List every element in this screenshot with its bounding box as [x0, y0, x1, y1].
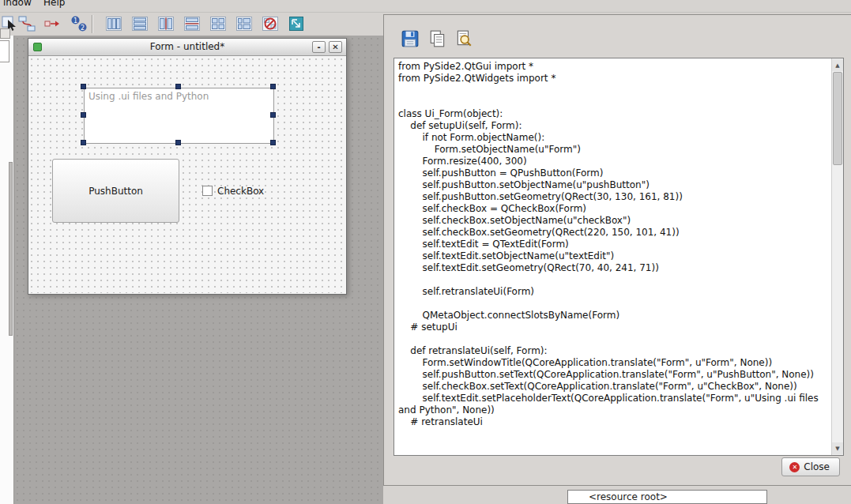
- code-view[interactable]: from PySide2.QtGui import * from PySide2…: [393, 58, 844, 456]
- resource-root-item[interactable]: <resource root>: [568, 491, 766, 502]
- selection-handle-middle-right[interactable]: [270, 112, 276, 118]
- layout-horizontal-button[interactable]: [104, 14, 123, 33]
- menu-window[interactable]: indow: [3, 0, 32, 8]
- selection-handle-top-left[interactable]: [81, 84, 86, 89]
- close-x-icon: ✕: [789, 462, 800, 472]
- edit-signals-slots-button[interactable]: [17, 14, 36, 33]
- layout-grid-icon: [209, 15, 227, 32]
- checkbox-indicator: [202, 186, 213, 196]
- layout-horizontal-splitter-button[interactable]: [156, 14, 175, 33]
- pushbutton-widget[interactable]: PushButton: [52, 159, 179, 223]
- menu-help[interactable]: Help: [43, 0, 65, 8]
- form-title: Form - untitled*: [28, 41, 346, 52]
- selection-handle-top-center[interactable]: [175, 84, 181, 89]
- close-button-label: Close: [804, 461, 830, 472]
- main-toolbar: 12: [0, 13, 381, 36]
- form-editor-window: Form - untitled* - ✕ Using .ui files and…: [28, 38, 347, 295]
- find-button[interactable]: [454, 28, 474, 49]
- layout-vertical-splitter-button[interactable]: [183, 14, 201, 33]
- toolbar-separator: [92, 15, 93, 33]
- layout-vertical-splitter-icon: [183, 15, 201, 32]
- form-close-button[interactable]: ✕: [329, 41, 342, 53]
- mdi-area: Form - untitled* - ✕ Using .ui files and…: [14, 36, 383, 504]
- close-button[interactable]: ✕ Close: [781, 457, 840, 476]
- layout-form-icon: [235, 15, 253, 32]
- widgetbox-scrollbar-thumb[interactable]: [9, 162, 13, 336]
- textedit-widget[interactable]: Using .ui files and Python: [84, 88, 274, 144]
- layout-grid-button[interactable]: [209, 14, 228, 33]
- break-layout-button[interactable]: [261, 14, 280, 33]
- widgetbox-filter-field[interactable]: [0, 40, 9, 62]
- break-layout-icon: [262, 15, 279, 32]
- pushbutton-label: PushButton: [88, 186, 143, 197]
- checkbox-label: CheckBox: [217, 186, 264, 197]
- layout-horizontal-icon: [105, 15, 122, 32]
- form-minimize-button[interactable]: -: [312, 41, 326, 53]
- selection-handle-bottom-center[interactable]: [175, 140, 181, 145]
- adjust-size-icon: [288, 15, 305, 32]
- edit-buddies-icon: [44, 15, 62, 32]
- edit-tab-order-icon: 12: [70, 15, 88, 32]
- scroll-up-icon[interactable]: ▲: [832, 59, 843, 71]
- textedit-placeholder: Using .ui files and Python: [85, 88, 273, 104]
- adjust-size-button[interactable]: [287, 14, 306, 33]
- svg-text:2: 2: [81, 24, 85, 32]
- checkbox-widget[interactable]: CheckBox: [202, 175, 282, 207]
- code-text: from PySide2.QtGui import * from PySide2…: [394, 58, 843, 431]
- find-icon: [454, 29, 473, 48]
- form-titlebar[interactable]: Form - untitled* - ✕: [28, 39, 346, 56]
- scroll-down-icon[interactable]: ▼: [832, 442, 843, 454]
- layout-vertical-icon: [131, 15, 149, 32]
- resource-browser: <resource root>: [567, 490, 767, 504]
- code-scrollbar[interactable]: ▲ ▼: [831, 58, 843, 455]
- edit-tab-order-button[interactable]: 12: [70, 14, 88, 33]
- save-button[interactable]: [400, 28, 420, 49]
- save-icon: [401, 29, 420, 48]
- edit-buddies-button[interactable]: [43, 14, 62, 33]
- edit-signals-slots-icon: [18, 15, 36, 32]
- copy-button[interactable]: [427, 28, 448, 49]
- code-preview-dialog: from PySide2.QtGui import * from PySide2…: [383, 14, 851, 486]
- dock-mini-button[interactable]: [0, 28, 10, 39]
- selection-handle-bottom-left[interactable]: [81, 140, 86, 145]
- menubar: indow Help: [0, 0, 851, 13]
- selection-handle-top-right[interactable]: [270, 84, 276, 89]
- widgetbox-panel: [0, 36, 14, 504]
- copy-icon: [428, 29, 447, 48]
- layout-vertical-button[interactable]: [130, 14, 149, 33]
- code-scrollbar-thumb[interactable]: [833, 72, 842, 165]
- selection-handle-bottom-right[interactable]: [270, 140, 276, 145]
- svg-text:1: 1: [73, 17, 77, 24]
- form-canvas[interactable]: Using .ui files and Python PushButton Ch…: [28, 56, 346, 293]
- selection-handle-middle-left[interactable]: [81, 112, 86, 118]
- layout-horizontal-splitter-icon: [157, 15, 175, 32]
- layout-form-button[interactable]: [235, 14, 254, 33]
